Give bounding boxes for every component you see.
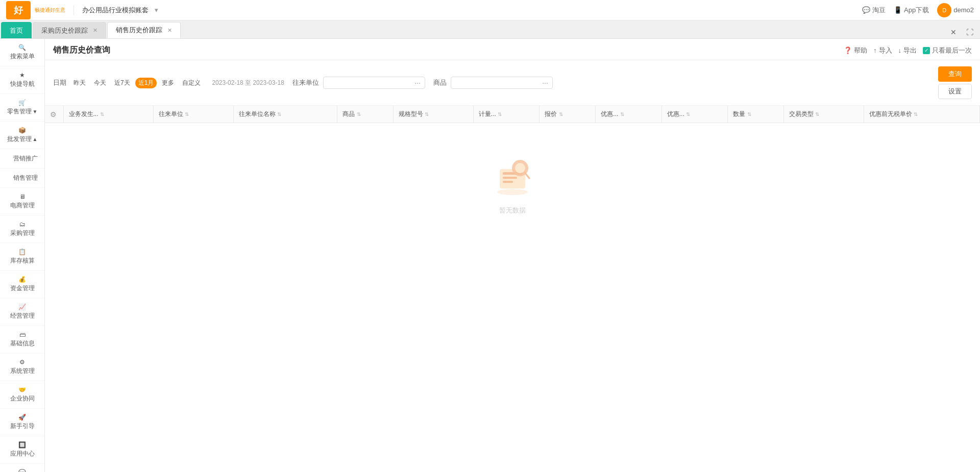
table-header: ⚙ 业务发生... ⇅ 往来单位 ⇅ 往来单位名称 ⇅ [45,106,980,123]
sidebar-collab-label: 企业协同 [10,394,35,403]
sort-icon-partner-name: ⇅ [277,111,281,117]
page-title: 销售历史价查询 [53,45,110,56]
export-label: 导出 [903,46,917,55]
product-input[interactable]: ··· [451,77,553,89]
search-icon: 🔍 [18,44,26,51]
date-options: 昨天 今天 近7天 近1月 更多 自定义 [70,78,204,88]
th-quantity[interactable]: 数量 ⇅ [728,106,784,123]
fullscreen-button[interactable]: ⛶ [964,26,976,38]
tab-purchase-close[interactable]: ✕ [93,27,97,34]
logo-text: 畅捷通好生意 [35,7,65,13]
data-table: ⚙ 业务发生... ⇅ 往来单位 ⇅ 往来单位名称 ⇅ [45,106,980,123]
partner-filter-label: 往来单位 [292,78,319,87]
help-label: 帮助 [854,46,867,55]
date-option-1month[interactable]: 近1月 [135,78,157,88]
date-option-yesterday[interactable]: 昨天 [70,78,89,88]
date-option-7days[interactable]: 近7天 [111,78,133,88]
basicinfo-icon: 🗃 [19,331,26,338]
th-trade-type[interactable]: 交易类型 ⇅ [784,106,864,123]
sidebar-newbie-label: 新手引导 [10,422,35,431]
filter-bar: 日期 昨天 今天 近7天 近1月 更多 自定义 2023-02-18 至 202… [45,60,980,106]
page-header: 销售历史价查询 ❓ 帮助 ↑ 导入 ↓ 导出 ✓ 只看最后一次 [45,39,980,60]
th-partner-code[interactable]: 往来单位 ⇅ [153,106,233,123]
sidebar-item-newbie[interactable]: 🚀 新手引导 [0,409,44,436]
main-layout: 🔍 搜索菜单 ★ 快捷导航 🛒 零售管理 ▼ 📦 批发管理 ▲ 营销推广 销售管… [0,39,980,472]
partner-input[interactable]: ··· [323,77,425,89]
close-all-tabs-button[interactable]: ✕ [947,26,960,38]
settings-button[interactable]: 设置 [938,84,972,99]
sidebar-item-basic-info[interactable]: 🗃 基础信息 [0,326,44,353]
user-avatar-area[interactable]: D demo2 [937,3,974,17]
sidebar-item-system[interactable]: ⚙ 系统管理 [0,353,44,381]
chat-label: 淘豆 [872,6,886,15]
only-last-checkbox[interactable]: ✓ [923,47,930,54]
product-filter-label: 商品 [433,78,447,87]
sidebar-item-finance[interactable]: 💰 资金管理 [0,271,44,298]
sidebar-item-sales-mgmt[interactable]: 销售管理 [0,169,44,188]
th-partner-name[interactable]: 往来单位名称 ⇅ [233,106,337,123]
sidebar-item-inventory[interactable]: 📋 库存核算 [0,243,44,271]
sort-icon-unit: ⇅ [498,111,502,117]
sidebar-item-ecommerce[interactable]: 🖥 电商管理 [0,188,44,216]
quick-nav-icon: ★ [19,72,25,79]
sidebar-item-operations[interactable]: 📈 经营管理 [0,298,44,326]
sidebar-item-app-center[interactable]: 🔲 应用中心 [0,436,44,464]
tab-home[interactable]: 首页 [1,22,32,38]
newbie-icon: 🚀 [18,414,26,421]
app-title: 办公用品行业模拟账套 [82,6,149,15]
tab-sales-close[interactable]: ✕ [167,27,172,34]
username: demo2 [953,6,974,14]
app-label: App下载 [904,6,929,15]
partner-dots-icon[interactable]: ··· [414,79,421,87]
chat-action[interactable]: 💬 淘豆 [862,6,886,15]
page-actions: ❓ 帮助 ↑ 导入 ↓ 导出 ✓ 只看最后一次 [844,46,972,55]
product-dots-icon[interactable]: ··· [542,79,548,87]
date-option-today[interactable]: 今天 [91,78,109,88]
date-option-custom[interactable]: 自定义 [179,78,204,88]
help-button[interactable]: ❓ 帮助 [844,46,867,55]
app-download-action[interactable]: 📱 App下载 [894,6,929,15]
content-area: 销售历史价查询 ❓ 帮助 ↑ 导入 ↓ 导出 ✓ 只看最后一次 [45,39,980,472]
th-unit[interactable]: 计量... ⇅ [473,106,539,123]
retail-expand-icon: ▼ [33,109,38,114]
tab-purchase-history[interactable]: 采购历史价跟踪 ✕ [33,22,106,38]
th-discount2[interactable]: 优惠... ⇅ [662,106,727,123]
sidebar-item-quick-nav[interactable]: ★ 快捷导航 [0,66,44,94]
import-button[interactable]: ↑ 导入 [873,46,892,55]
th-settings[interactable]: ⚙ [45,106,63,123]
wechat-icon: 💬 [18,469,26,472]
sort-icon-pretax-price: ⇅ [914,111,918,117]
sort-icon-business-date: ⇅ [100,111,104,117]
only-last-label: 只看最后一次 [932,46,972,55]
only-last-checkbox-label[interactable]: ✓ 只看最后一次 [923,46,972,55]
dropdown-icon[interactable]: ▾ [155,6,158,14]
export-button[interactable]: ↓ 导出 [898,46,917,55]
sort-icon-product: ⇅ [357,111,361,117]
sidebar-item-search[interactable]: 🔍 搜索菜单 [0,39,44,66]
topbar: 好 畅捷通好生意 办公用品行业模拟账套 ▾ 💬 淘豆 📱 App下载 D dem… [0,0,980,20]
tab-sales-label: 销售历史价跟踪 [116,26,162,35]
sidebar-wholesale-label: 批发管理 [7,135,32,144]
query-button[interactable]: 查询 [938,66,972,82]
tab-sales-history[interactable]: 销售历史价跟踪 ✕ [107,22,181,38]
empty-illustration [489,154,535,200]
th-price[interactable]: 报价 ⇅ [540,106,596,123]
tabbar: 首页 采购历史价跟踪 ✕ 销售历史价跟踪 ✕ ✕ ⛶ [0,20,980,39]
sort-icon-quantity: ⇅ [747,111,751,117]
sort-icon-trade-type: ⇅ [815,111,819,117]
sidebar-item-purchase[interactable]: 🗂 采购管理 [0,216,44,243]
th-business-date[interactable]: 业务发生... ⇅ [63,106,153,123]
th-product[interactable]: 商品 ⇅ [337,106,394,123]
sidebar-item-enterprise-wechat[interactable]: 💬 企业微信 [0,464,44,472]
th-pretax-price[interactable]: 优惠前无税单价 ⇅ [864,106,979,123]
svg-point-0 [497,189,528,195]
sidebar-item-wholesale[interactable]: 📦 批发管理 ▲ [0,122,44,149]
sidebar-item-marketing[interactable]: 营销推广 [0,149,44,169]
sidebar-item-enterprise-collab[interactable]: 🤝 企业协同 [0,381,44,409]
th-spec[interactable]: 规格型号 ⇅ [394,106,474,123]
gear-icon[interactable]: ⚙ [50,110,57,119]
th-discount1[interactable]: 优惠... ⇅ [596,106,662,123]
wholesale-expand-icon: ▲ [33,136,38,142]
sidebar-item-retail[interactable]: 🛒 零售管理 ▼ [0,94,44,122]
date-option-more[interactable]: 更多 [159,78,177,88]
